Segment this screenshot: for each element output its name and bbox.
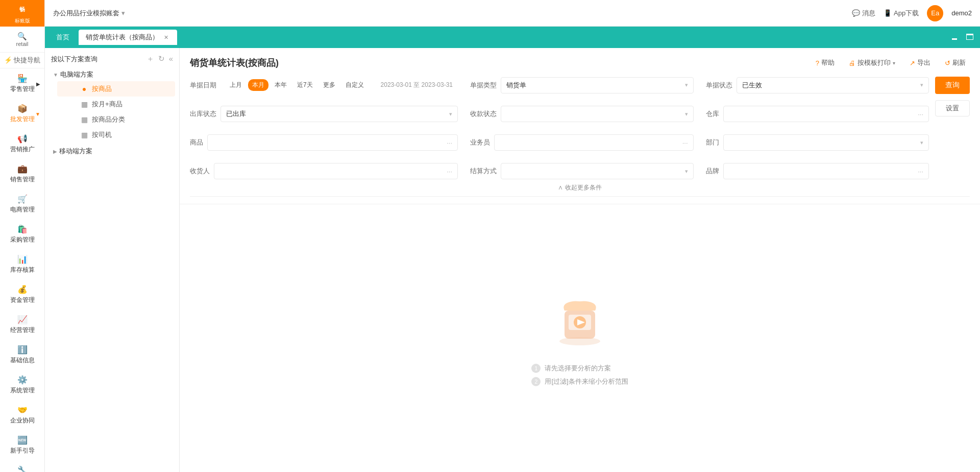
sidebar-item-inventory[interactable]: 📊 库存核算 [0,249,44,279]
sidebar-item-sales[interactable]: 💼 销售管理 [0,159,44,189]
date-tab-custom[interactable]: 自定义 [341,79,368,91]
search-menu-item[interactable]: 🔍 retail [0,27,44,53]
tab-close-btn[interactable]: ✕ [162,33,170,41]
collapse-panel-btn[interactable]: « [169,54,173,64]
left-panel-actions: ＋ ↻ « [146,54,173,64]
add-scheme-btn[interactable]: ＋ [146,54,154,64]
filter-payment-control[interactable]: ▾ [501,106,694,122]
filter-row-4: 收货人 ··· 结算方式 ▾ [190,163,929,179]
filter-dept-control[interactable]: ▾ [723,134,929,151]
date-tab-thismonth[interactable]: 本月 [248,79,268,91]
filter-product-control[interactable]: ··· [207,134,458,151]
collapse-bar[interactable]: ∧ 收起更多条件 [190,179,970,197]
sidebar-item-enterprise[interactable]: 🤝 企业协同 [0,400,44,430]
settings-button[interactable]: 设置 [935,100,970,116]
recipient-dots[interactable]: ··· [447,168,452,175]
filter-warehouse-control[interactable]: ··· [723,106,929,122]
by-product-label: 按商品 [92,84,112,93]
tree-mobile-header[interactable]: ▶ 移动端方案 [49,145,175,158]
date-tab-7days[interactable]: 近7天 [293,79,317,91]
date-tab-more[interactable]: 更多 [319,79,339,91]
filter-docstatus-control[interactable]: 已生效 ▾ [737,77,929,93]
filter-outstatus-label: 出库状态 [190,109,216,119]
page-actions: ? 帮助 🖨 按模板打印 ▾ ↗ 导出 ↺ 刷新 [812,56,970,69]
paymethod-dropdown-arrow[interactable]: ▾ [685,168,688,175]
tree-desktop-header[interactable]: ▼ 电脑端方案 [49,68,175,81]
sidebar-item-operations[interactable]: 📈 经营管理 [0,310,44,340]
quick-nav-item[interactable]: ⚡ 快捷导航 [0,53,44,68]
filter-dept-field: 部门 ▾ [706,134,929,151]
search-menu-label: retail [0,41,44,47]
warehouse-dots[interactable]: ··· [918,110,923,118]
tree-item-by-machine[interactable]: ▦ 按司机 [57,127,175,143]
filter-paymethod-control[interactable]: ▾ [501,163,694,179]
sidebar-item-system[interactable]: ⚙️ 系统管理 [0,370,44,400]
payment-dropdown-arrow[interactable]: ▾ [685,111,688,117]
filter-docstatus-field: 单据状态 已生效 ▾ [706,77,929,93]
export-btn[interactable]: ↗ 导出 [905,56,935,69]
sidebar-item-purchase[interactable]: 🛍️ 采购管理 [0,219,44,249]
filter-docstatus-label: 单据状态 [706,81,732,90]
docstatus-dropdown-arrow[interactable]: ▾ [920,82,923,88]
breadcrumb: 办公用品行业模拟账套 ▾ [53,9,846,18]
filter-fields: 单据日期 上月 本月 本年 近7天 更多 自定义 [190,77,929,179]
download-icon: 📱 [884,9,892,17]
sidebar-item-appstore[interactable]: 🔧 应用中心 [0,460,44,472]
doctype-dropdown-arrow[interactable]: ▾ [685,82,688,88]
refresh-btn[interactable]: ↺ 刷新 [941,56,970,69]
query-button[interactable]: 查询 [935,77,970,94]
sidebar-item-finance[interactable]: 💰 资金管理 [0,279,44,310]
date-tab-thisyear[interactable]: 本年 [271,79,291,91]
filter-salesman-control[interactable]: ··· [494,134,694,151]
tab-maximize-btn[interactable]: 🗖 [964,31,976,44]
filter-date-control[interactable]: 上月 本月 本年 近7天 更多 自定义 2023-03-01 至 2023-03… [220,77,458,93]
marketing-icon: 📢 [17,134,28,144]
filter-area: 单据日期 上月 本月 本年 近7天 更多 自定义 [180,69,980,204]
tree-item-by-product[interactable]: ● 按商品 [57,81,175,97]
filter-salesman-field: 业务员 ··· [470,134,694,151]
tree-item-by-month-product[interactable]: ▦ 按月+商品 [57,97,175,112]
sidebar-item-marketing[interactable]: 📢 营销推广 [0,129,44,159]
dept-dropdown-arrow[interactable]: ▾ [920,139,923,146]
top-header: 办公用品行业模拟账套 ▾ 💬 消息 📱 App下载 Ea demo2 [45,0,980,27]
tab-home[interactable]: 首页 [49,30,77,45]
app-logo[interactable]: 畅 标账版 [0,0,44,27]
filter-brand-control[interactable]: ··· [723,163,929,179]
sidebar-item-label-finance: 资金管理 [10,296,35,304]
by-month-label: 按月+商品 [92,100,122,109]
app-download-action[interactable]: 📱 App下载 [884,9,919,18]
sidebar-item-basic[interactable]: ℹ️ 基础信息 [0,340,44,370]
message-action[interactable]: 💬 消息 [852,9,875,18]
btn-group-right: 查询 设置 [935,77,970,116]
tree-arrow-mobile: ▶ [53,149,57,154]
help-btn[interactable]: ? 帮助 [812,56,839,69]
tab-minimize-btn[interactable]: 🗕 [948,31,961,44]
user-avatar[interactable]: Ea [927,5,943,21]
filter-recipient-control[interactable]: ··· [214,163,458,179]
product-dots[interactable]: ··· [447,139,452,147]
breadcrumb-arrow[interactable]: ▾ [121,9,125,17]
tab-sales-stat[interactable]: 销货单统计表（按商品） ✕ [79,30,177,45]
date-tab-lastmonth[interactable]: 上月 [226,79,246,91]
sidebar-item-retail[interactable]: 🏪 零售管理 ▶ [0,68,44,99]
filter-row-1: 单据日期 上月 本月 本年 近7天 更多 自定义 [190,77,929,93]
sidebar-item-wholesale[interactable]: 📦 批发管理 ▼ [0,99,44,129]
template-print-btn[interactable]: 🖨 按模板打印 ▾ [845,56,899,69]
sidebar-item-guide[interactable]: 🆕 新手引导 [0,430,44,460]
filter-row-2: 出库状态 已出库 ▾ 收款状态 [190,106,929,122]
purchase-icon: 🛍️ [17,224,28,234]
template-print-label: 按模板打印 [857,58,891,67]
sidebar-item-ecommerce[interactable]: 🛒 电商管理 [0,189,44,219]
print-dropdown-arrow[interactable]: ▾ [893,60,895,66]
sidebar-item-label-retail: 零售管理 [10,85,35,93]
outstatus-dropdown-arrow[interactable]: ▾ [449,111,452,117]
tree-item-by-category[interactable]: ▦ 按商品分类 [57,112,175,127]
sidebar-item-label-marketing: 营销推广 [10,145,35,154]
filter-dept-label: 部门 [706,138,719,147]
refresh-scheme-btn[interactable]: ↻ [158,54,165,64]
filter-doctype-field: 单据类型 销货单 ▾ [470,77,694,93]
salesman-dots[interactable]: ··· [682,139,688,147]
filter-outstatus-control[interactable]: 已出库 ▾ [220,106,458,122]
brand-dots[interactable]: ··· [918,168,923,175]
filter-doctype-control[interactable]: 销货单 ▾ [501,77,694,93]
